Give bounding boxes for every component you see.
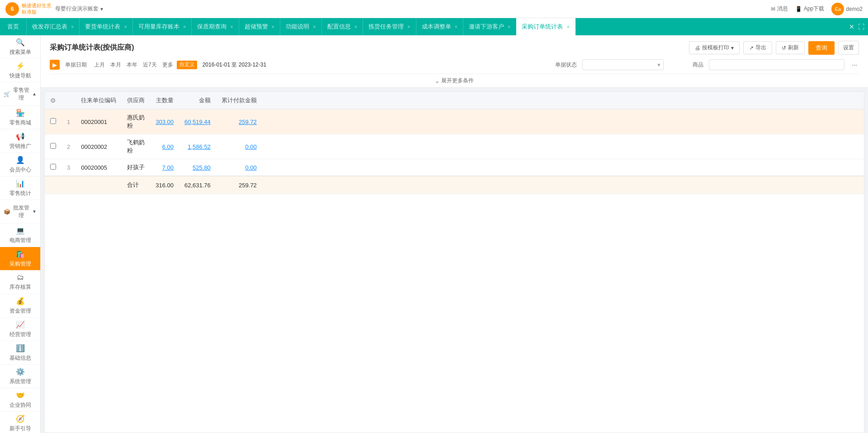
page-header: 采购订单统计表(按供应商) 🖨 按模板打印 ▾ ↗ 导出 ↺ 刷新 xyxy=(41,35,868,88)
tab-close-config[interactable]: × xyxy=(354,24,357,29)
tab-goods-stat[interactable]: 要货单统计表 × xyxy=(80,18,132,35)
expand-more-button[interactable]: ⌄ 展开更多条件 xyxy=(50,74,859,87)
sidebar-item-system[interactable]: ⚙️ 系统管理 xyxy=(0,365,40,388)
sidebar-item-wholesale[interactable]: 📦 批发管理 ▼ xyxy=(0,200,40,224)
search-icon: 🔍 xyxy=(16,38,25,47)
print-button[interactable]: 🖨 按模板打印 ▾ xyxy=(689,41,740,54)
tab-close-pick-task[interactable]: × xyxy=(407,24,410,29)
col-paid: 累计付款金额 xyxy=(216,92,262,109)
tab-close-overstock[interactable]: × xyxy=(272,24,274,29)
status-select[interactable] xyxy=(582,59,664,70)
status-label: 单据状态 xyxy=(555,61,577,69)
row-amount[interactable]: 60,519.44 xyxy=(179,109,216,134)
sidebar-item-retail-mgmt[interactable]: 🛒 零售管理 ▲ xyxy=(0,82,40,106)
row-qty[interactable]: 7.00 xyxy=(150,159,179,176)
tab-avail-stock[interactable]: 可用量库存账本 × xyxy=(133,18,192,35)
close-all-tabs-button[interactable]: ✕ xyxy=(849,23,854,30)
sidebar-item-retail-stat[interactable]: 📊 零售统计 xyxy=(0,176,40,200)
row-paid[interactable]: 0.00 xyxy=(216,159,262,176)
date-custom-tag[interactable]: 自定义 xyxy=(177,61,197,69)
goods-more-button[interactable]: ··· xyxy=(850,60,859,69)
sidebar-item-retail-mall[interactable]: 🏪 零售商城 xyxy=(0,106,40,129)
row-supplier-code: 00020001 xyxy=(75,109,122,134)
sidebar-item-ops[interactable]: 📈 经营管理 xyxy=(0,318,40,341)
workspace-selector[interactable]: 母婴行业演示账套 ▾ xyxy=(55,5,103,13)
date-btn-this-year[interactable]: 本年 xyxy=(125,61,139,69)
date-shortcuts: 上月 本月 本年 近7天 更多 自定义 xyxy=(92,61,197,69)
date-btn-7days[interactable]: 近7天 xyxy=(141,61,159,69)
row-amount[interactable]: 525.80 xyxy=(179,159,216,176)
tab-func-desc[interactable]: 功能说明 × xyxy=(280,18,321,35)
row-qty[interactable]: 6.00 xyxy=(150,134,179,159)
tab-close-invite-down[interactable]: × xyxy=(508,24,510,29)
sidebar-item-member[interactable]: 👤 会员中心 xyxy=(0,153,40,176)
tab-collect-pay[interactable]: 收发存汇总表 × xyxy=(27,18,80,35)
retail-mall-icon: 🏪 xyxy=(16,109,25,117)
sidebar-item-search[interactable]: 🔍 搜索菜单 xyxy=(0,35,40,59)
row-supplier: 飞鹤奶粉 xyxy=(122,134,150,159)
print-icon: 🖨 xyxy=(695,45,700,51)
row-supplier-code: 00020002 xyxy=(75,134,122,159)
tab-close-purchase-stat[interactable]: × xyxy=(566,24,569,29)
tab-purchase-stat[interactable]: 采购订单统计表 × xyxy=(516,18,575,35)
main-layout: 🔍 搜索菜单 ⚡ 快捷导航 🛒 零售管理 ▲ 🏪 零售商城 📢 营销推广 👤 会… xyxy=(0,35,868,433)
tab-close-goods-stat[interactable]: × xyxy=(124,24,127,29)
tab-close-cost-adj[interactable]: × xyxy=(455,24,458,29)
tab-close-avail-stock[interactable]: × xyxy=(183,24,186,29)
row-paid[interactable]: 0.00 xyxy=(216,134,262,159)
row-checkbox[interactable] xyxy=(45,159,61,176)
sidebar-item-finance[interactable]: 💰 资金管理 xyxy=(0,294,40,318)
date-btn-this-month[interactable]: 本月 xyxy=(108,61,123,69)
sidebar-item-quick-nav[interactable]: ⚡ 快捷导航 xyxy=(0,59,40,82)
refresh-button[interactable]: ↺ 刷新 xyxy=(776,41,805,54)
ecom-icon: 💻 xyxy=(16,226,25,235)
tab-expiry-query[interactable]: 保质期查询 × xyxy=(192,18,239,35)
collab-icon: 🤝 xyxy=(16,391,25,400)
ops-icon: 📈 xyxy=(16,320,25,329)
row-paid[interactable]: 259.72 xyxy=(216,109,262,134)
retail-mgmt-icon: 🛒 xyxy=(4,91,10,97)
user-menu[interactable]: Ea demo2 xyxy=(831,3,863,15)
tab-cost-adj[interactable]: 成本调整单 × xyxy=(416,18,463,35)
settings-button[interactable]: 设置 xyxy=(838,41,859,55)
row-supplier: 惠氏奶粉 xyxy=(122,109,150,134)
tab-close-expiry-query[interactable]: × xyxy=(230,24,233,29)
column-settings-icon[interactable]: ⚙ xyxy=(50,97,56,104)
tab-invite-down[interactable]: 邀请下游客户 × xyxy=(463,18,516,35)
app-download-button[interactable]: 📱 App下载 xyxy=(795,5,824,13)
sidebar-item-ecom[interactable]: 💻 电商管理 xyxy=(0,224,40,247)
sidebar-item-newbie[interactable]: 🧭 新手引导 xyxy=(0,412,40,433)
wholesale-icon: 📦 xyxy=(4,209,10,215)
sidebar-item-stock[interactable]: 🗂 库存核算 xyxy=(0,271,40,294)
scroll-area[interactable]: ⚙ 往来单位编码 供应商 主数量 金额 累计付款金额 xyxy=(45,92,864,433)
tab-close-func-desc[interactable]: × xyxy=(313,24,316,29)
date-btn-last-month[interactable]: 上月 xyxy=(92,61,107,69)
row-qty[interactable]: 303.00 xyxy=(150,109,179,134)
tab-overstock[interactable]: 超储预警 × xyxy=(239,18,280,35)
tab-home[interactable]: 首页 xyxy=(0,18,27,35)
top-bar: 6 畅捷通好生意 标准版 母婴行业演示账套 ▾ ✉ 消息 📱 App下载 Ea … xyxy=(0,0,868,18)
goods-input[interactable] xyxy=(709,59,844,70)
message-button[interactable]: ✉ 消息 xyxy=(771,5,788,13)
table-body: 1 00020001 惠氏奶粉 303.00 60,519.44 259.72 … xyxy=(45,109,864,176)
page-actions: 🖨 按模板打印 ▾ ↗ 导出 ↺ 刷新 查询 设置 xyxy=(689,41,859,55)
data-table: ⚙ 往来单位编码 供应商 主数量 金额 累计付款金额 xyxy=(45,92,864,194)
footer-qty: 316.00 xyxy=(150,176,179,194)
query-button[interactable]: 查询 xyxy=(808,41,835,55)
export-button[interactable]: ↗ 导出 xyxy=(743,41,772,54)
row-amount[interactable]: 1,586.52 xyxy=(179,134,216,159)
row-checkbox[interactable] xyxy=(45,109,61,134)
tab-config[interactable]: 配置信息 × xyxy=(322,18,363,35)
tab-close-collect-pay[interactable]: × xyxy=(71,24,74,29)
table-container: ⚙ 往来单位编码 供应商 主数量 金额 累计付款金额 xyxy=(44,91,864,433)
sidebar-item-mkt-promo[interactable]: 📢 营销推广 xyxy=(0,129,40,153)
row-checkbox[interactable] xyxy=(45,134,61,159)
date-btn-more[interactable]: 更多 xyxy=(160,61,175,69)
tab-pick-task[interactable]: 拣货任务管理 × xyxy=(363,18,416,35)
sidebar-item-collab[interactable]: 🤝 企业协同 xyxy=(0,388,40,412)
filter-collapse-button[interactable]: ▶ xyxy=(50,60,60,70)
sidebar-item-basic[interactable]: ℹ️ 基础信息 xyxy=(0,341,40,365)
message-icon: ✉ xyxy=(771,6,775,12)
fullscreen-button[interactable]: ⛶ xyxy=(858,23,864,30)
sidebar-item-purchase[interactable]: 🛍️ 采购管理 xyxy=(0,247,40,271)
